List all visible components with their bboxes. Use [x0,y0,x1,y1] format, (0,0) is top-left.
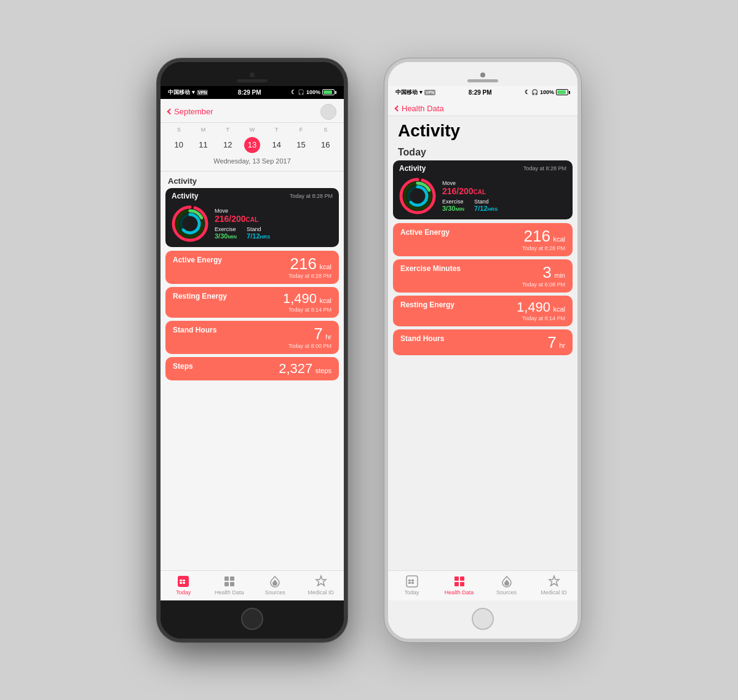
dark-metric-2[interactable]: Stand Hours 7 hr Today at 8:00 PM [165,321,339,354]
svg-rect-29 [460,582,464,586]
dark-metric-3[interactable]: Steps 2,327 steps [165,357,339,380]
dark-status-right: ☾ 🎧 100% [291,89,336,95]
dark-cal-day-15[interactable]: 15 [289,135,314,155]
light-tab-health-icon [453,575,466,588]
dark-scroll-area[interactable]: Activity Activity Today at 8:28 PM [161,171,344,570]
light-metric-3[interactable]: Stand Hours 7 hr [393,329,573,355]
light-wifi-icon: ▾ [419,89,423,95]
light-tab-today-label: Today [404,589,419,596]
dark-cal-day-16[interactable]: 16 [313,135,338,155]
light-today-label: Today [388,143,577,160]
svg-rect-11 [224,576,229,581]
light-tab-medical-icon [547,575,561,588]
light-activity-header: Activity Today at 8:28 PM [393,160,573,175]
light-metric-time-0: Today at 8:28 PM [400,245,565,251]
dark-metric-name-2: Stand Hours [173,326,216,334]
light-carrier: 中国移动 [395,88,418,96]
dark-tab-sources[interactable]: Sources [252,575,298,596]
light-camera [480,73,485,77]
dark-time: 8:29 PM [238,89,261,96]
dark-app-content: September S M T W T F S 10 11 12 [161,99,344,600]
dark-cal-day-14[interactable]: 14 [264,135,289,155]
dark-tab-medical[interactable]: Medical ID [298,575,344,596]
dark-activity-stats: Move 216/200CAL Exercise 3/30MIN S [215,208,333,240]
light-tab-health-label: Health Data [445,589,474,596]
light-scroll-area[interactable]: Today Activity Today at 8:28 PM [388,143,577,570]
dark-metric-name-0: Active Energy [173,256,222,264]
dark-home-button[interactable] [241,608,263,630]
svg-rect-12 [230,576,234,581]
light-metric-name-2: Resting Energy [400,301,454,309]
dark-cal-day-12[interactable]: 12 [215,135,240,155]
dark-exercise-stat: Exercise 3/30MIN [215,226,237,240]
light-app-content: Health Data Activity Today Activity Toda… [388,99,577,600]
dark-vpn: VPN [197,90,208,95]
dark-metric-time-0: Today at 8:28 PM [173,273,331,279]
light-status-right: ☾ 🎧 100% [525,89,570,95]
light-metric-value-2: 1,490 [517,299,550,315]
light-metric-time-1: Today at 6:08 PM [400,281,565,288]
svg-rect-7 [180,580,182,581]
svg-rect-23 [411,580,414,581]
light-back-button[interactable]: Health Data [395,104,444,113]
dark-avatar[interactable] [320,104,336,120]
light-tab-sources-icon [500,575,514,588]
dark-metric-value-1: 1,490 [283,291,317,306]
light-back-label: Health Data [402,104,444,113]
dark-stand-stat: Stand 7/12HRS [247,226,270,240]
svg-rect-25 [411,582,414,584]
light-metric-name-3: Stand Hours [400,334,444,343]
dark-section-title: Activity [161,171,344,188]
dark-rings-svg [172,205,208,242]
dark-metric-name-1: Resting Energy [173,292,227,301]
dark-tab-health[interactable]: Health Data [207,575,253,596]
dark-tab-sources-label: Sources [265,589,285,596]
light-tab-sources[interactable]: Sources [483,575,530,596]
light-activity-body: Move 216/200CAL Exercise 3/30MIN S [393,175,573,219]
dark-speaker [237,79,268,82]
dark-cal-day-11[interactable]: 11 [191,135,216,155]
light-rings-svg [399,178,436,214]
dark-cal-day-13[interactable]: 13 [240,135,264,155]
dark-move-unit: CAL [246,216,259,223]
dark-calendar-header: S M T W T F S [167,127,338,133]
svg-rect-28 [454,582,459,586]
light-metric-0[interactable]: Active Energy 216 kcal Today at 8:28 PM [393,223,573,256]
dark-tab-today-label: Today [176,589,191,596]
dark-metric-0[interactable]: Active Energy 216 kcal Today at 8:28 PM [165,251,339,284]
dark-move-value: 216/200CAL [215,214,333,224]
light-tab-medical[interactable]: Medical ID [530,575,577,596]
dark-cal-day-10[interactable]: 10 [167,135,191,155]
dark-back-button[interactable]: September [168,107,213,116]
dark-tab-bar: Today Health Data [161,570,344,600]
light-time: 8:29 PM [469,89,492,96]
dark-tab-today[interactable]: Today [161,575,207,596]
dark-metric-time-2: Today at 8:00 PM [173,343,331,349]
light-status-left: 中国移动 ▾ VPN [395,88,435,96]
light-tab-today[interactable]: Today [388,575,435,596]
dark-metric-1[interactable]: Resting Energy 1,490 kcal Today at 8:14 … [165,287,339,318]
dark-battery-pct: 100% [306,89,320,95]
dark-metric-value-2: 7 [314,324,322,343]
dark-status-bar: 中国移动 ▾ VPN 8:29 PM ☾ 🎧 100% [161,86,344,99]
light-moon-icon: ☾ [525,89,530,95]
light-phone: 中国移动 ▾ VPN 8:29 PM ☾ 🎧 100% [384,58,581,642]
light-home-button[interactable] [472,608,494,630]
light-move-unit: CAL [474,189,486,195]
dark-date-label: Wednesday, 13 Sep 2017 [167,155,338,167]
dark-tab-today-icon [177,575,190,588]
dark-calendar: S M T W T F S 10 11 12 13 14 15 [161,123,344,171]
dark-rings [172,205,208,242]
light-stat-row: Exercise 3/30MIN Stand 7/12HRS [442,199,566,212]
svg-rect-27 [460,576,464,581]
light-battery [556,89,570,95]
light-tab-health[interactable]: Health Data [435,575,483,596]
light-metric-2[interactable]: Resting Energy 1,490 kcal Today at 8:14 … [393,296,573,326]
light-metric-name-1: Exercise Minutes [400,264,461,273]
light-activity-title: Activity [399,164,426,173]
svg-rect-8 [183,580,185,581]
dark-metric-name-3: Steps [173,362,193,371]
dark-nav-bar: September [161,99,344,123]
dark-phone: 中国移动 ▾ VPN 8:29 PM ☾ 🎧 100% [157,58,347,642]
light-metric-1[interactable]: Exercise Minutes 3 min Today at 6:08 PM [393,259,573,293]
